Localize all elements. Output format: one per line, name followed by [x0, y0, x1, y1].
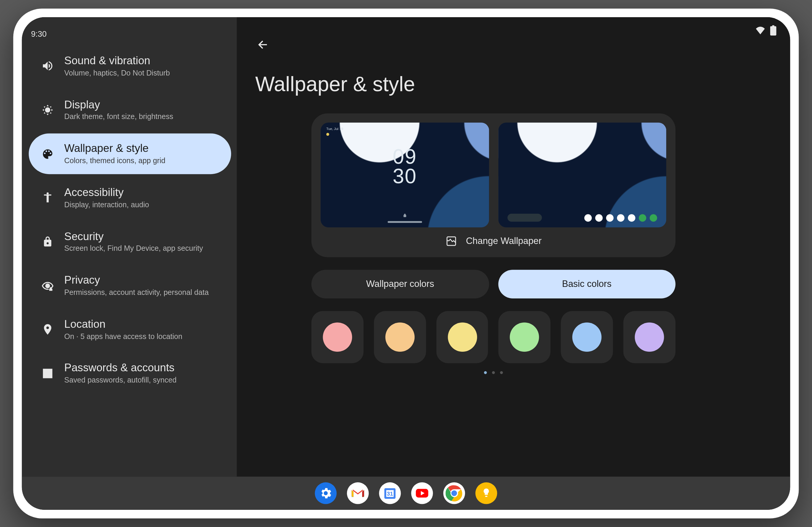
- sidebar-item-label: Location: [64, 317, 183, 331]
- swatch-dot: [510, 323, 539, 352]
- sidebar-list: Sound & vibration Volume, haptics, Do No…: [22, 42, 237, 477]
- swatch-dot: [448, 323, 477, 352]
- sidebar-item-passwords[interactable]: Passwords & accounts Saved passwords, au…: [29, 353, 231, 394]
- swatch-dot: [635, 323, 664, 352]
- sidebar-item-label: Passwords & accounts: [64, 361, 177, 375]
- swatch-dot: [385, 323, 414, 352]
- color-swatch-1[interactable]: [374, 311, 426, 363]
- search-pill: [507, 214, 541, 222]
- sidebar-item-sublabel: Colors, themed icons, app grid: [64, 156, 165, 166]
- battery-icon: [770, 25, 777, 38]
- sidebar-item-wallpaper[interactable]: Wallpaper & style Colors, themed icons, …: [29, 134, 231, 174]
- sound-icon: [40, 59, 55, 73]
- sidebar-item-sublabel: Dark theme, font size, brightness: [64, 112, 173, 122]
- sidebar-item-label: Display: [64, 98, 173, 111]
- calendar-icon: 31: [382, 486, 397, 501]
- sidebar-item-label: Accessibility: [64, 186, 149, 199]
- color-source-tabs: Wallpaper colors Basic colors: [311, 270, 676, 299]
- gear-icon: [319, 486, 333, 500]
- gmail-icon: [350, 486, 365, 501]
- content-body: Tue, Jul 19 09 30: [237, 96, 790, 477]
- dock-app-icon: [617, 214, 624, 222]
- sidebar-item-sublabel: Display, interaction, audio: [64, 200, 149, 210]
- dock-app-icon: [584, 214, 592, 222]
- swatch-dot: [323, 323, 352, 352]
- home-dock: [507, 213, 657, 223]
- privacy-icon: [40, 278, 55, 293]
- wallpaper-preview-card: Tue, Jul 19 09 30: [311, 114, 676, 257]
- tab-wallpaper-colors[interactable]: Wallpaper colors: [311, 270, 489, 299]
- pager-dot[interactable]: [492, 371, 495, 374]
- sidebar-item-label: Security: [64, 229, 203, 243]
- color-swatch-3[interactable]: [498, 311, 551, 363]
- dock-app-icon: [595, 214, 603, 222]
- swatch-dot: [572, 323, 601, 352]
- change-wallpaper-button[interactable]: Change Wallpaper: [321, 228, 667, 252]
- sidebar-item-sublabel: On · 5 apps have access to location: [64, 332, 183, 342]
- taskbar: 31: [22, 477, 791, 510]
- brightness-icon: [40, 103, 55, 117]
- swatch-pager: [311, 371, 676, 374]
- sidebar-item-label: Sound & vibration: [64, 54, 170, 67]
- taskbar-app-youtube[interactable]: [411, 482, 433, 504]
- sidebar-item-label: Privacy: [64, 273, 209, 287]
- dock-app-icon: [639, 214, 646, 222]
- sidebar-item-sound[interactable]: Sound & vibration Volume, haptics, Do No…: [29, 46, 231, 87]
- sidebar-item-display[interactable]: Display Dark theme, font size, brightnes…: [29, 90, 231, 130]
- sidebar-item-sublabel: Permissions, account activity, personal …: [64, 288, 209, 298]
- svg-text:31: 31: [387, 491, 393, 497]
- lock-date: Tue, Jul 19: [326, 127, 343, 131]
- main-area: 9:30 Sound & vibration Volume, haptics, …: [22, 17, 791, 477]
- sidebar-item-sublabel: Screen lock, Find My Device, app securit…: [64, 244, 203, 254]
- taskbar-app-calendar[interactable]: 31: [379, 482, 401, 504]
- sidebar-item-security[interactable]: Security Screen lock, Find My Device, ap…: [29, 222, 231, 262]
- taskbar-app-settings[interactable]: [315, 482, 337, 504]
- sidebar-item-sublabel: Volume, haptics, Do Not Disturb: [64, 69, 170, 78]
- lock-mini-icon: [403, 211, 407, 216]
- youtube-icon: [415, 486, 430, 501]
- keep-icon: [480, 487, 493, 500]
- lockscreen-preview[interactable]: Tue, Jul 19 09 30: [321, 123, 489, 228]
- wallpaper-icon: [446, 236, 457, 247]
- sidebar-item-label: Wallpaper & style: [64, 141, 165, 155]
- color-swatch-4[interactable]: [561, 311, 613, 363]
- change-wallpaper-label: Change Wallpaper: [466, 236, 541, 246]
- taskbar-app-chrome[interactable]: [443, 482, 465, 504]
- taskbar-app-gmail[interactable]: [347, 482, 369, 504]
- homescreen-preview[interactable]: [498, 123, 667, 228]
- lock-icon: [40, 234, 55, 249]
- color-swatch-0[interactable]: [311, 311, 364, 363]
- dock-app-icon: [650, 214, 657, 222]
- dock-app-icon: [606, 214, 613, 222]
- statusbar-right: [755, 25, 777, 38]
- sidebar-item-location[interactable]: Location On · 5 apps have access to loca…: [29, 309, 231, 350]
- clock-text: 9:30: [31, 29, 47, 39]
- palette-icon: [40, 147, 55, 161]
- lock-clock: 09 30: [393, 147, 417, 186]
- color-swatch-5[interactable]: [624, 311, 676, 363]
- notif-dot-icon: [326, 133, 329, 136]
- sidebar-item-privacy[interactable]: Privacy Permissions, account activity, p…: [29, 265, 231, 306]
- content-pane: Wallpaper & style Tue, Jul 19 09 30: [237, 17, 790, 477]
- statusbar-time: 9:30: [22, 22, 237, 43]
- chrome-icon: [446, 485, 463, 502]
- sidebar-item-accessibility[interactable]: Accessibility Display, interaction, audi…: [29, 178, 231, 218]
- location-icon: [40, 322, 55, 337]
- taskbar-app-keep[interactable]: [475, 482, 497, 504]
- settings-sidebar: 9:30 Sound & vibration Volume, haptics, …: [22, 17, 237, 477]
- dock-app-icon: [628, 214, 635, 222]
- back-button[interactable]: [252, 33, 275, 56]
- page-title: Wallpaper & style: [255, 72, 790, 96]
- tab-basic-colors[interactable]: Basic colors: [498, 270, 676, 299]
- account-icon: [40, 366, 55, 381]
- gesture-bar: [388, 222, 422, 223]
- screen: 9:30 Sound & vibration Volume, haptics, …: [22, 17, 791, 510]
- tab-label: Basic colors: [562, 279, 612, 289]
- pager-dot[interactable]: [484, 371, 487, 374]
- pager-dot[interactable]: [500, 371, 503, 374]
- tablet-frame: 9:30 Sound & vibration Volume, haptics, …: [13, 9, 799, 518]
- tab-label: Wallpaper colors: [366, 279, 434, 289]
- wifi-icon: [755, 26, 766, 37]
- svg-point-0: [46, 193, 48, 195]
- color-swatch-2[interactable]: [436, 311, 488, 363]
